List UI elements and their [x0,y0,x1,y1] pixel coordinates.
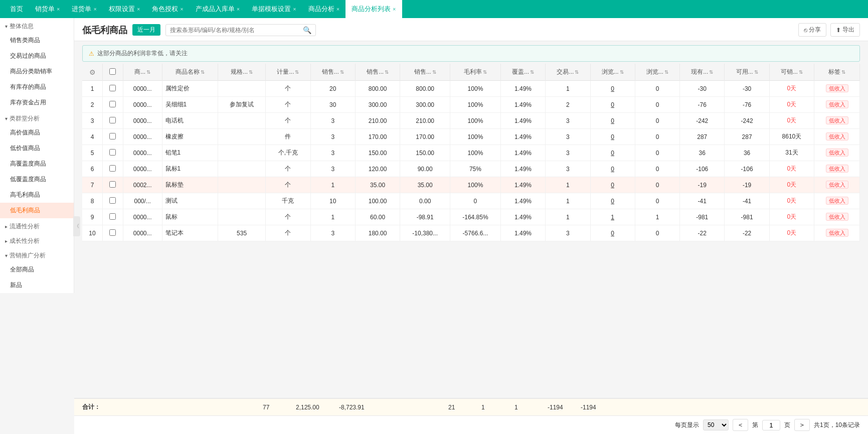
search-icon[interactable]: 🔍 [303,26,311,34]
sidebar-item-low-coverage[interactable]: 低覆盖度商品 [0,172,74,187]
page-input[interactable] [762,420,780,430]
content-area: 低毛利商品 近一月 🔍 ⎋ 分享 ⬆ 导出 ⚠ 这部分商品的利润非常低，请关注 [74,18,868,434]
col-transaction[interactable]: 交易...⇅ [546,64,590,81]
row-select-checkbox[interactable] [109,117,116,123]
export-button[interactable]: ⬆ 导出 [830,23,860,37]
row-checkbox[interactable] [103,225,123,241]
row-checkbox[interactable] [103,145,123,161]
row-view1[interactable]: 0 [590,193,635,209]
sidebar-item-high-margin[interactable]: 高毛利商品 [0,187,74,203]
row-view1[interactable]: 1 [590,209,635,225]
close-icon[interactable]: × [57,6,60,12]
row-view1[interactable]: 0 [590,97,635,113]
sidebar-group-growth[interactable]: ▸ 成长性分析 [0,233,74,247]
row-select-checkbox[interactable] [109,197,116,204]
nav-product-analysis[interactable]: 商品分析 × [302,0,345,18]
row-select-checkbox[interactable] [109,229,116,236]
row-view1[interactable]: 0 [590,81,635,97]
close-icon[interactable]: × [93,6,96,12]
col-gross-rate[interactable]: 毛利率⇅ [450,64,501,81]
row-select-checkbox[interactable] [109,181,116,188]
row-view1[interactable]: 0 [590,161,635,177]
row-view1[interactable]: 0 [590,113,635,129]
row-select-checkbox[interactable] [109,85,116,91]
sidebar-group-marketing[interactable]: ▾ 营销推广分析 [0,247,74,262]
sidebar-item-traded-goods[interactable]: 交易过的商品 [0,48,74,64]
col-cover-rate[interactable]: 覆盖...⇅ [500,64,545,81]
next-page-button[interactable]: ＞ [794,419,810,431]
row-checkbox[interactable] [103,193,123,209]
col-sales-qty[interactable]: 销售...⇅ [310,64,355,81]
col-settings[interactable]: ⚙ [82,64,103,81]
date-filter-button[interactable]: 近一月 [132,24,160,36]
col-spec[interactable]: 规格...⇅ [218,64,266,81]
sidebar-collapse-button[interactable]: 《 [73,216,80,236]
col-tag[interactable]: 标签⇅ [814,64,860,81]
col-sales-price[interactable]: 销售...⇅ [355,64,400,81]
nav-sales-order[interactable]: 销货单 × [29,0,66,18]
sidebar-group-cluster-analysis[interactable]: ▾ 类群堂分析 [0,110,74,125]
per-page-select[interactable]: 50 100 [703,419,729,430]
col-available[interactable]: 可用...⇅ [725,64,769,81]
nav-product-analysis-list[interactable]: 商品分析列表 × [345,0,402,18]
row-sales-amount: 35.00 [400,177,450,193]
sidebar-item-all-goods[interactable]: 全部商品 [0,262,74,277]
col-sales-amount[interactable]: 销售...⇅ [400,64,450,81]
sidebar-item-low-margin[interactable]: 低毛利商品 [0,203,74,218]
row-no: 2 [82,97,103,113]
row-checkbox[interactable] [103,81,123,97]
sidebar-item-high-value[interactable]: 高价值商品 [0,125,74,140]
row-unit: 件 [266,129,310,145]
col-name[interactable]: 商品名称⇅ [162,64,218,81]
row-checkbox[interactable] [103,177,123,193]
nav-home[interactable]: 首页 [4,0,29,18]
row-select-checkbox[interactable] [109,133,116,139]
share-button[interactable]: ⎋ 分享 [798,23,826,37]
sort-icon: ⇅ [340,69,344,75]
sidebar-item-category-rate[interactable]: 商品分类助销率 [0,64,74,79]
close-icon[interactable]: × [237,6,240,12]
row-checkbox[interactable] [103,161,123,177]
row-select-checkbox[interactable] [109,213,116,220]
col-code[interactable]: 商...⇅ [123,64,162,81]
column-settings-icon[interactable]: ⚙ [89,68,96,76]
sidebar-item-new-goods[interactable]: 新品 [0,277,74,293]
row-select-checkbox[interactable] [109,149,116,156]
sidebar-group-overall-info[interactable]: ▾ 整体信息 [0,18,74,33]
row-view1[interactable]: 0 [590,145,635,161]
sidebar-item-stock-funds[interactable]: 库存资金占用 [0,95,74,110]
close-icon[interactable]: × [393,6,396,12]
col-unit[interactable]: 计量...⇅ [266,64,310,81]
sidebar-group-liquidity[interactable]: ▸ 流通性分析 [0,218,74,233]
sidebar-item-sales-goods[interactable]: 销售类商品 [0,33,74,48]
row-select-checkbox[interactable] [109,165,116,172]
row-checkbox[interactable] [103,113,123,129]
close-icon[interactable]: × [180,6,183,12]
row-view1[interactable]: 0 [590,225,635,241]
sidebar-item-stock-goods[interactable]: 有库存的商品 [0,79,74,95]
sidebar-item-high-coverage[interactable]: 高覆盖度商品 [0,156,74,172]
close-icon[interactable]: × [137,6,140,12]
nav-permission-settings[interactable]: 权限设置 × [103,0,146,18]
select-all-checkbox[interactable] [109,68,116,75]
nav-role-auth[interactable]: 角色授权 × [146,0,189,18]
row-view1[interactable]: 0 [590,177,635,193]
prev-page-button[interactable]: ＜ [733,419,748,431]
close-icon[interactable]: × [293,6,296,12]
nav-purchase-order[interactable]: 进货单 × [66,0,102,18]
col-view1[interactable]: 浏览...⇅ [590,64,635,81]
row-select-checkbox[interactable] [109,101,116,107]
nav-template-settings[interactable]: 单据模板设置 × [246,0,302,18]
close-icon[interactable]: × [336,6,339,12]
col-current-stock[interactable]: 现有...⇅ [680,64,725,81]
row-view1[interactable]: 0 [590,129,635,145]
sidebar-item-low-value[interactable]: 低价值商品 [0,140,74,156]
row-checkbox[interactable] [103,129,123,145]
search-input[interactable] [170,27,303,34]
nav-finished-goods[interactable]: 产成品入库单 × [190,0,246,18]
col-view2[interactable]: 浏览...⇅ [635,64,679,81]
row-checkbox[interactable] [103,97,123,113]
row-checkbox[interactable] [103,209,123,225]
col-sellable[interactable]: 可销...⇅ [769,64,814,81]
row-gross-rate: 100% [450,145,501,161]
